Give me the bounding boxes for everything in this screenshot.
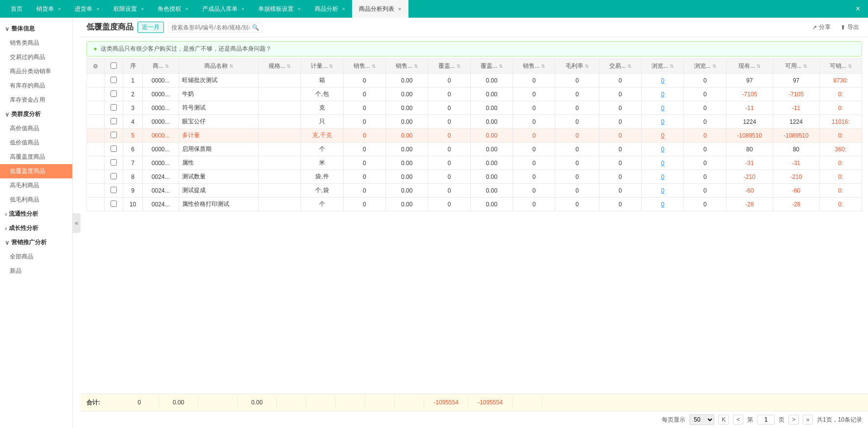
sidebar-item-in-stock[interactable]: 有库存的商品 <box>0 79 72 93</box>
sidebar-section-liquidity[interactable]: › 流通性分析 <box>0 207 72 221</box>
nav-product-analysis-list[interactable]: 商品分析列表 × <box>352 0 408 18</box>
td-browse1[interactable]: 0 <box>642 156 684 170</box>
td-checkbox[interactable] <box>104 143 123 156</box>
td-browse1[interactable]: 0 <box>642 129 684 143</box>
row-checkbox[interactable] <box>110 90 117 97</box>
td-checkbox[interactable] <box>104 170 123 184</box>
search-input[interactable] <box>171 24 250 31</box>
th-name[interactable]: 商品名称⇅ <box>179 59 258 74</box>
nav-permission-settings[interactable]: 权限设置 × <box>107 0 151 18</box>
th-spec[interactable]: 规格...⇅ <box>258 59 300 74</box>
nav-home[interactable]: 首页 <box>4 0 29 18</box>
nav-product-warehouse[interactable]: 产成品入库单 × <box>195 0 251 18</box>
td-checkbox[interactable] <box>104 198 123 211</box>
close-icon[interactable]: × <box>185 6 188 12</box>
nav-purchase-order[interactable]: 进货单 × <box>68 0 106 18</box>
th-current[interactable]: 现有...⇅ <box>726 59 773 74</box>
td-checkbox[interactable] <box>104 184 123 198</box>
td-browse1[interactable]: 0 <box>642 115 684 129</box>
search-box: 🔍 <box>168 23 263 32</box>
window-close-button[interactable]: × <box>852 4 864 13</box>
sidebar-collapse-button[interactable]: « <box>73 213 81 233</box>
th-sales-qty[interactable]: 销售...⇅ <box>343 59 385 74</box>
sidebar-item-stock-capital[interactable]: 库存资金占用 <box>0 93 72 107</box>
per-page-select[interactable]: 50 100 200 <box>689 414 714 425</box>
sidebar-item-sales-products[interactable]: 销售类商品 <box>0 36 72 50</box>
th-browse2[interactable]: 浏览...⇅ <box>684 59 726 74</box>
sidebar-item-high-profit[interactable]: 高毛利商品 <box>0 178 72 193</box>
export-button[interactable]: ⬆ 导出 <box>838 22 862 32</box>
row-checkbox[interactable] <box>110 132 117 138</box>
next-page-button[interactable]: > <box>788 415 799 425</box>
close-icon[interactable]: × <box>342 6 345 12</box>
first-page-button[interactable]: K <box>718 415 729 425</box>
sidebar-item-low-coverage[interactable]: 低覆盖度商品 <box>0 164 72 178</box>
sidebar-item-low-value[interactable]: 低价值商品 <box>0 136 72 150</box>
sidebar-item-traded-products[interactable]: 交易过的商品 <box>0 50 72 64</box>
td-checkbox[interactable] <box>104 74 123 87</box>
th-sales3[interactable]: 销售...⇅ <box>513 59 555 74</box>
th-saleable[interactable]: 可销...⇅ <box>819 59 862 74</box>
share-button[interactable]: ↗ 分享 <box>809 22 834 32</box>
th-sales-amt[interactable]: 销售...⇅ <box>385 59 428 74</box>
select-all-checkbox[interactable] <box>110 62 117 69</box>
th-settings[interactable]: ⚙ <box>87 59 105 74</box>
sidebar-item-high-value[interactable]: 高价值商品 <box>0 121 72 136</box>
row-checkbox[interactable] <box>110 118 117 124</box>
td-browse1[interactable]: 0 <box>642 74 684 87</box>
td-saleable: 0: <box>819 198 862 211</box>
th-gross-rate[interactable]: 毛利率⇅ <box>555 59 599 74</box>
row-checkbox[interactable] <box>110 77 117 83</box>
td-browse1[interactable]: 0 <box>642 170 684 184</box>
td-checkbox[interactable] <box>104 156 123 170</box>
td-checkbox[interactable] <box>104 101 123 115</box>
sidebar-item-high-coverage[interactable]: 高覆盖度商品 <box>0 150 72 164</box>
sidebar-section-growth[interactable]: › 成长性分析 <box>0 221 72 235</box>
close-icon[interactable]: × <box>242 6 244 12</box>
sidebar-section-group-analysis[interactable]: ∨ 类群度分析 <box>0 107 72 121</box>
sidebar-section-overall[interactable]: ∨ 整体信息 <box>0 22 72 36</box>
td-checkbox[interactable] <box>104 87 123 101</box>
sidebar-section-marketing[interactable]: ∨ 营销推广分析 <box>0 235 72 250</box>
th-available[interactable]: 可用...⇅ <box>773 59 819 74</box>
close-icon[interactable]: × <box>58 6 61 12</box>
nav-role-auth[interactable]: 角色授权 × <box>151 0 195 18</box>
page-number-input[interactable] <box>757 415 775 425</box>
nav-sales-order[interactable]: 销货单 × <box>29 0 68 18</box>
prev-page-button[interactable]: < <box>733 415 743 425</box>
row-checkbox[interactable] <box>110 187 117 193</box>
nav-template-settings[interactable]: 单据模板设置 × <box>251 0 307 18</box>
th-browse1[interactable]: 浏览...⇅ <box>642 59 684 74</box>
last-page-button[interactable]: » <box>803 415 813 425</box>
close-icon[interactable]: × <box>398 6 401 12</box>
close-icon[interactable]: × <box>141 6 144 12</box>
td-browse1[interactable]: 0 <box>642 198 684 211</box>
th-checkbox[interactable] <box>104 59 123 74</box>
nav-product-analysis[interactable]: 商品分析 × <box>308 0 352 18</box>
sidebar-item-category-turnover[interactable]: 商品分类动销率 <box>0 64 72 79</box>
close-icon[interactable]: × <box>96 6 99 12</box>
td-browse1[interactable]: 0 <box>642 184 684 198</box>
th-unit[interactable]: 计量...⇅ <box>301 59 343 74</box>
search-icon[interactable]: 🔍 <box>252 24 259 31</box>
th-coverage1[interactable]: 覆盖...⇅ <box>428 59 470 74</box>
td-checkbox[interactable] <box>104 129 123 143</box>
sidebar-item-low-profit[interactable]: 低毛利商品 <box>0 193 72 207</box>
td-checkbox[interactable] <box>104 115 123 129</box>
info-banner: ✦ 这类商品只有很少客户购买过，是推广不够，还是商品本身问题？ <box>86 41 862 57</box>
th-trade[interactable]: 交易...⇅ <box>599 59 641 74</box>
row-checkbox[interactable] <box>110 159 117 166</box>
th-coverage2[interactable]: 覆盖...⇅ <box>470 59 513 74</box>
row-checkbox[interactable] <box>110 104 117 111</box>
row-checkbox[interactable] <box>110 145 117 152</box>
close-icon[interactable]: × <box>298 6 300 12</box>
td-browse1[interactable]: 0 <box>642 101 684 115</box>
td-browse1[interactable]: 0 <box>642 143 684 156</box>
sidebar-item-all-products[interactable]: 全部商品 <box>0 250 72 264</box>
date-filter-recent-month[interactable]: 近一月 <box>137 22 164 33</box>
sidebar-item-new-products[interactable]: 新品 <box>0 264 72 278</box>
td-browse1[interactable]: 0 <box>642 87 684 101</box>
th-code[interactable]: 商...⇅ <box>142 59 179 74</box>
row-checkbox[interactable] <box>110 173 117 179</box>
row-checkbox[interactable] <box>110 200 117 207</box>
